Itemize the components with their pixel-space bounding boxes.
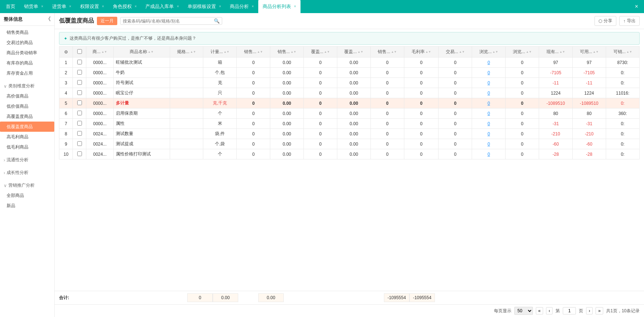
nav-permissions[interactable]: 权限设置 × [76,0,109,13]
row-checkbox[interactable] [73,78,86,88]
row-browse1[interactable]: 0 [472,88,506,98]
row-code: 0024... [86,129,114,139]
row-name: 符号测试 [114,78,170,88]
row-sales-days: 0 [370,58,404,68]
sidebar-item-high-value[interactable]: 高价值商品 [0,91,54,101]
sidebar-item-low-profit[interactable]: 低毛利商品 [0,142,54,152]
prev-page-btn[interactable]: ‹ [546,307,553,314]
row-checkbox[interactable] [73,129,86,139]
sidebar-item-sales-goods[interactable]: 销售类商品 [0,27,54,37]
sidebar-item-low-value[interactable]: 低价值商品 [0,101,54,111]
last-page-btn[interactable]: » [596,307,603,314]
nav-roles-close[interactable]: × [135,0,137,13]
row-sales-days: 0 [370,129,404,139]
nav-purchase[interactable]: 进货单 × [48,0,76,13]
row-sales-amt: 0.00 [270,149,304,159]
sidebar-flow-title[interactable]: › 流通性分析 [0,155,54,165]
col-browse1: 浏览...▲▼ [472,47,506,58]
nav-analysis-list[interactable]: 商品分析列表 × [258,0,301,13]
sidebar-marketing-title[interactable]: ∨ 营销推广分析 [0,181,54,190]
row-gross-rate: 0 [404,98,439,108]
nav-roles[interactable]: 角色授权 × [109,0,141,13]
nav-analysis-list-close[interactable]: × [294,0,296,13]
row-browse1[interactable]: 0 [472,149,506,159]
page-input[interactable] [563,307,576,314]
share-button[interactable]: ⬡ 分享 [594,16,616,26]
row-unit: 个 [203,108,237,119]
select-all-checkbox[interactable] [77,49,82,54]
sidebar-item-in-stock[interactable]: 有库存的商品 [0,58,54,68]
next-page-btn[interactable]: › [586,307,593,314]
row-checkbox[interactable] [73,58,86,68]
row-checkbox[interactable] [73,98,86,108]
sidebar-item-high-profit[interactable]: 高毛利商品 [0,132,54,142]
sidebar-growth-title[interactable]: › 成长性分析 [0,168,54,178]
sidebar-category-title[interactable]: ∨ 类别维度分析 [0,81,54,91]
row-browse1[interactable]: 0 [472,119,506,129]
sidebar-item-new-goods[interactable]: 新品 [0,201,54,211]
row-checkbox[interactable] [73,108,86,119]
nav-templates[interactable]: 单据模板设置 × [183,0,225,13]
sidebar-item-low-coverage[interactable]: 低覆盖度商品 [0,122,54,132]
total-current: -1095554 [384,293,409,302]
search-input[interactable] [123,19,214,24]
row-trade: 0 [439,129,472,139]
sidebar-item-traded-goods[interactable]: 交易过的商品 [0,37,54,48]
row-browse1[interactable]: 0 [472,68,506,78]
sidebar-item-capital-ratio[interactable]: 库存资金占用 [0,68,54,78]
sidebar-item-sales-rate[interactable]: 商品分类动销率 [0,48,54,58]
total-cov2: 0.00 [258,293,284,302]
top-navigation: 首页 销货单 × 进货单 × 权限设置 × 角色授权 × 产成品入库单 × 单据… [0,0,644,13]
col-spec: 规格...▲▼ [170,47,203,58]
sidebar-item-high-coverage[interactable]: 高覆盖度商品 [0,111,54,122]
row-spec [170,78,203,88]
row-gross-rate: 0 [404,149,439,159]
row-browse1[interactable]: 0 [472,139,506,149]
nav-sales-close[interactable]: × [41,0,43,13]
row-checkbox[interactable] [73,149,86,159]
row-gross-rate: 0 [404,119,439,129]
row-cov1: 0 [304,149,337,159]
nav-window-close[interactable]: × [631,3,643,10]
row-browse1[interactable]: 0 [472,98,506,108]
nav-analysis[interactable]: 商品分析 × [225,0,258,13]
nav-purchase-close[interactable]: × [69,0,71,13]
row-browse1[interactable]: 0 [472,78,506,88]
row-code: 0000... [86,119,114,129]
nav-sales[interactable]: 销货单 × [20,0,48,13]
col-setting[interactable]: ⚙ [59,47,73,58]
first-page-btn[interactable]: « [536,307,543,314]
row-browse1[interactable]: 0 [472,108,506,119]
nav-products[interactable]: 产成品入库单 × [141,0,183,13]
row-checkbox[interactable] [73,139,86,149]
row-available-stock: 80 [573,108,606,119]
sidebar-collapse-btn[interactable]: 《 [46,16,51,23]
nav-permissions-close[interactable]: × [102,0,104,13]
row-browse2: 0 [506,68,539,78]
table-row: 10 0024... 属性价格打印测试 个 0 0.00 0 0.00 0 0 … [59,149,640,159]
nav-products-close[interactable]: × [177,0,179,13]
col-checkbox[interactable] [73,47,86,58]
row-sales-qty: 0 [237,78,270,88]
row-sales-amt: 0.00 [270,58,304,68]
export-icon: ↑ [623,19,625,24]
table-row: 6 0000... 启用保质期 个 0 0.00 0 0.00 0 0 0 0 … [59,108,640,119]
sidebar-item-all-goods[interactable]: 全部商品 [0,190,54,201]
page-size-select[interactable]: 50 20 100 [514,307,533,315]
row-checkbox[interactable] [73,68,86,78]
info-bar: ✦ 这类商品只有很少客户购买过，是推广不够，还是商品本身问题？ [59,32,640,45]
date-filter-button[interactable]: 近一月 [97,17,117,25]
row-sellable: 0: [606,149,639,159]
export-button[interactable]: ↑ 导出 [619,16,640,26]
row-browse1[interactable]: 0 [472,58,506,68]
row-gross-rate: 0 [404,139,439,149]
row-checkbox[interactable] [73,119,86,129]
info-message: 这类商品只有很少客户购买过，是推广不够，还是商品本身问题？ [70,35,196,41]
row-checkbox[interactable] [73,88,86,98]
nav-analysis-close[interactable]: × [252,0,254,13]
row-browse1[interactable]: 0 [472,129,506,139]
row-unit: 个,袋 [203,139,237,149]
row-unit: 个 [203,149,237,159]
nav-home[interactable]: 首页 [1,0,20,13]
nav-templates-close[interactable]: × [219,0,221,13]
